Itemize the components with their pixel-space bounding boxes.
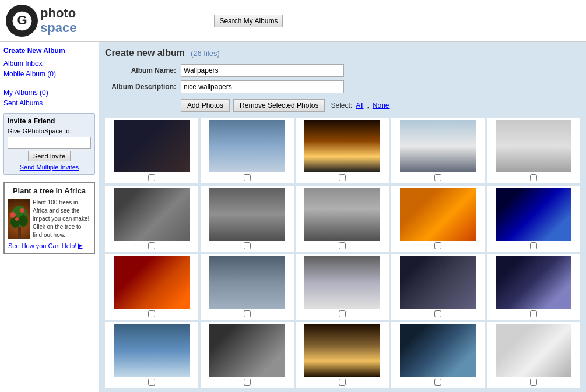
photo-cell [391, 186, 485, 252]
photo-thumbnail [496, 256, 571, 309]
invite-title: Invite a Friend [8, 117, 91, 125]
photo-checkbox[interactable] [530, 242, 537, 249]
photo-thumbnail [209, 188, 285, 241]
photo-checkbox[interactable] [530, 174, 537, 181]
photo-cell [201, 322, 294, 388]
buttons-row: Add Photos Remove Selected Photos Select… [181, 99, 580, 112]
send-multiple-link[interactable]: Send Multiple Invites [8, 164, 91, 171]
photo-thumbnail [496, 324, 571, 377]
photo-checkbox[interactable] [244, 242, 251, 249]
ad-image [8, 199, 30, 239]
main-layout: Create New Album Album Inbox Mobile Albu… [0, 42, 586, 392]
ad-content: Plant 100 trees in Africa and see the im… [8, 199, 90, 239]
photo-checkbox[interactable] [339, 310, 346, 317]
photo-checkbox[interactable] [148, 242, 155, 249]
photo-checkbox[interactable] [339, 379, 346, 386]
photo-checkbox[interactable] [244, 379, 251, 386]
photo-cell [391, 254, 485, 320]
search-area: Search My Albums [94, 15, 283, 27]
main-content: Create new album (26 files) Album Name: … [99, 42, 586, 392]
remove-photos-button[interactable]: Remove Selected Photos [233, 99, 325, 112]
invite-email-input[interactable] [8, 137, 91, 149]
logo: G photo space [6, 5, 76, 37]
select-all-link[interactable]: All [356, 101, 363, 110]
photo-thumbnail [114, 256, 190, 309]
album-name-input[interactable] [181, 64, 344, 77]
photo-thumbnail [496, 120, 571, 172]
svg-text:G: G [17, 13, 27, 27]
photo-checkbox[interactable] [339, 174, 346, 181]
photo-checkbox[interactable] [339, 242, 346, 249]
album-description-label: Album Description: [105, 83, 181, 91]
search-input[interactable] [94, 15, 210, 27]
photo-cell [296, 322, 390, 388]
select-separator: , [367, 101, 369, 110]
photo-cell [487, 186, 580, 252]
create-new-album-link[interactable]: Create New Album [3, 47, 95, 55]
photo-checkbox[interactable] [434, 310, 441, 317]
mobile-album-link[interactable]: Mobile Album (0) [3, 70, 95, 78]
sidebar: Create New Album Album Inbox Mobile Albu… [0, 42, 99, 392]
photo-cell [487, 322, 580, 388]
photo-checkbox[interactable] [434, 174, 441, 181]
album-description-input[interactable] [181, 80, 344, 93]
album-inbox-link[interactable]: Album Inbox [3, 59, 95, 68]
photo-checkbox[interactable] [148, 379, 155, 386]
photo-checkbox[interactable] [530, 379, 537, 386]
photo-thumbnail [114, 120, 190, 172]
photo-cell [296, 118, 390, 183]
photo-cell [391, 322, 485, 388]
photo-checkbox[interactable] [434, 379, 441, 386]
photo-thumbnail [209, 324, 285, 377]
photo-checkbox[interactable] [530, 310, 537, 317]
photo-cell [201, 254, 294, 320]
photo-thumbnail [304, 188, 380, 241]
photo-checkbox[interactable] [148, 174, 155, 181]
ad-text: Plant 100 trees in Africa and see the im… [33, 199, 90, 239]
album-name-label: Album Name: [105, 66, 181, 75]
svg-point-7 [20, 208, 24, 213]
logo-text: photo space [40, 6, 76, 34]
page-title: Create new album [105, 48, 185, 58]
photo-cell [296, 186, 390, 252]
svg-point-8 [15, 217, 19, 221]
ad-title: Plant a tree in Africa [8, 186, 90, 195]
photo-cell [201, 118, 294, 183]
photo-thumbnail [114, 324, 190, 377]
logo-icon: G [6, 5, 38, 37]
photo-thumbnail [304, 120, 380, 172]
photo-thumbnail [496, 188, 571, 241]
invite-description: Give GPhotoSpace to: [8, 128, 91, 135]
photo-thumbnail [400, 324, 476, 377]
search-albums-button[interactable]: Search My Albums [214, 15, 283, 27]
svg-point-5 [19, 215, 28, 227]
send-invite-button[interactable]: Send Invite [28, 151, 71, 161]
photo-thumbnail [400, 188, 476, 241]
ad-tree-illustration [8, 199, 30, 239]
photo-checkbox[interactable] [434, 242, 441, 249]
svg-rect-2 [18, 225, 21, 239]
ad-box: Plant a tree in Africa [3, 182, 95, 254]
ad-cta-link[interactable]: See How you Can Help! ▶ [8, 242, 90, 249]
album-form: Album Name: Album Description: [105, 64, 580, 93]
photo-cell [105, 322, 198, 388]
svg-point-4 [10, 216, 20, 228]
photo-cell [105, 118, 198, 183]
select-none-link[interactable]: None [373, 101, 390, 110]
add-photos-button[interactable]: Add Photos [181, 99, 230, 112]
photo-thumbnail [400, 120, 476, 172]
photo-cell [105, 254, 198, 320]
sent-albums-link[interactable]: Sent Albums [3, 99, 95, 107]
photo-cell [487, 254, 580, 320]
my-albums-link[interactable]: My Albums (0) [3, 89, 95, 97]
photo-checkbox[interactable] [244, 310, 251, 317]
photo-thumbnail [209, 120, 285, 172]
album-name-row: Album Name: [105, 64, 580, 77]
photo-thumbnail [304, 324, 380, 377]
photo-cell [391, 118, 485, 183]
photo-cell [296, 254, 390, 320]
photo-checkbox[interactable] [244, 174, 251, 181]
photo-checkbox[interactable] [148, 310, 155, 317]
photo-cell [105, 186, 198, 252]
invite-box: Invite a Friend Give GPhotoSpace to: Sen… [3, 113, 95, 175]
